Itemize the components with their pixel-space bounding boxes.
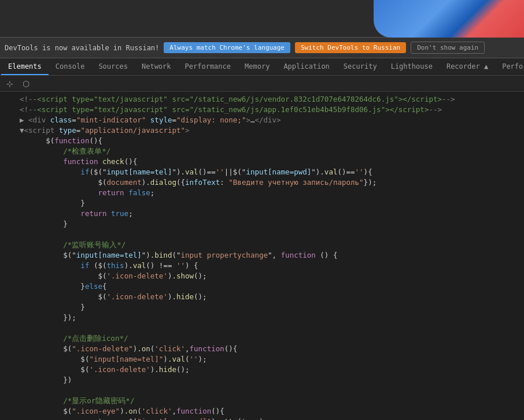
tab-console[interactable]: Console	[49, 58, 92, 75]
code-line: /*点击删除icon*/	[0, 333, 524, 344]
code-line: if($("input[name=tel]").val()==''||$("in…	[0, 167, 524, 177]
code-line: $('.icon-delete').show();	[0, 271, 524, 281]
notification-message: DevTools is now available in Russian!	[5, 44, 159, 52]
code-line: })	[0, 375, 524, 385]
code-line: $(".icon-delete").on('click',function(){	[0, 344, 524, 354]
tab-lighthouse[interactable]: Lighthouse	[384, 58, 440, 75]
code-line: $('.icon-delete').hide();	[0, 365, 524, 375]
code-line: ▶ <div class="mint-indicator" style="dis…	[0, 115, 524, 125]
code-line: $(document).dialog({infoText: "Введите у…	[0, 177, 524, 188]
code-line: return true;	[0, 209, 524, 219]
tab-security[interactable]: Security	[337, 58, 384, 75]
code-line: $(function(){	[0, 136, 524, 146]
code-line: /*检查表单*/	[0, 146, 524, 157]
code-line: $('.icon-delete').hide();	[0, 292, 524, 302]
tab-network[interactable]: Network	[135, 58, 178, 75]
browser-top-area	[0, 0, 524, 38]
code-line: <!--<script type="text/javascript" src="…	[0, 105, 524, 115]
code-line: $("input[name=tel]").val('');	[0, 354, 524, 365]
code-line: ▼<script type="application/javascript">	[0, 125, 524, 136]
code-line: /*显示or隐藏密码*/	[0, 396, 524, 406]
tab-recorder[interactable]: Recorder ▲	[440, 58, 495, 75]
code-line: var type = $("input[name=pwd]").attr(typ…	[0, 417, 524, 420]
elements-toolbar: ⊹ ⬡	[0, 76, 524, 92]
match-language-button[interactable]: Always match Chrome's language	[164, 42, 290, 53]
code-line: $("input[name=tel]").bind("input propert…	[0, 250, 524, 261]
code-line: });	[0, 313, 524, 323]
code-line: function check(){	[0, 157, 524, 167]
code-line: }	[0, 198, 524, 209]
notification-bar: DevTools is now available in Russian! Al…	[0, 38, 524, 58]
tab-sources[interactable]: Sources	[91, 58, 135, 75]
code-line: $(".icon-eye").on('click',function(){	[0, 406, 524, 417]
tab-performance[interactable]: Performance	[178, 58, 238, 75]
cursor-tool-button[interactable]: ⊹	[2, 77, 17, 91]
devtools-tab-bar: Elements Console Sources Network Perform…	[0, 58, 524, 76]
code-line: }else{	[0, 281, 524, 292]
code-line: }	[0, 219, 524, 229]
elements-panel[interactable]: <!--<script type="text/javascript" src="…	[0, 92, 524, 420]
code-line: /*监听账号输入*/	[0, 240, 524, 250]
dismiss-notification-button[interactable]: Don't show again	[411, 42, 485, 54]
switch-language-button[interactable]: Switch DevTools to Russian	[295, 42, 406, 53]
device-toolbar-button[interactable]: ⬡	[19, 77, 34, 91]
code-line: }	[0, 302, 524, 313]
tab-elements[interactable]: Elements	[1, 58, 49, 75]
code-line: return false;	[0, 188, 524, 198]
devtools-window: DevTools is now available in Russian! Al…	[0, 0, 524, 420]
code-line	[0, 323, 524, 333]
browser-logo-area	[374, 0, 524, 38]
tab-performance-insights[interactable]: Performance	[495, 58, 524, 75]
code-line: if ($(this).val() !== '') {	[0, 261, 524, 271]
tab-memory[interactable]: Memory	[238, 58, 276, 75]
code-line	[0, 385, 524, 396]
tab-application[interactable]: Application	[276, 58, 336, 75]
code-line: <!--<script type="text/javascript" src="…	[0, 94, 524, 105]
code-line	[0, 229, 524, 240]
